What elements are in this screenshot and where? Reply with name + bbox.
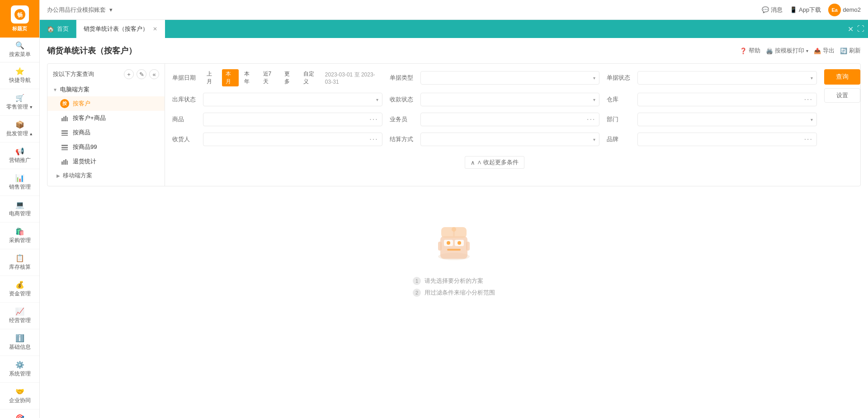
filter-select-receiver[interactable]: ··· [203,133,382,146]
help-button[interactable]: ❓ 帮助 [740,47,760,55]
sidebar-item-finance[interactable]: 💰 资金管理 [0,276,39,303]
sidebar-search-item[interactable]: 🔍 搜索菜单 [0,38,39,62]
operation-icon: 📈 [15,307,24,316]
filter-tree-header: 按以下方案查询 + ✎ « [47,67,165,83]
filter-select-outstatus-arrow: ▾ [376,97,378,102]
date-shortcut-custom[interactable]: 自定义 [300,69,321,86]
filter-actions: ∧ ∧ 收起更多条件 [172,152,817,171]
sidebar-item-collab[interactable]: 🤝 企业协同 [0,383,39,409]
filter-select-brand[interactable]: ··· [637,133,817,146]
filter-label-brand: 品牌 [607,135,634,143]
filter-select-paymentstatus[interactable]: ▾ [420,93,600,106]
tab-close-button[interactable]: ✕ [153,26,157,32]
filter-item-paymentstatus: 收款状态 ▾ [390,93,600,106]
sidebar-nav-label-marketing: 营销推广 [9,157,31,164]
sidebar-nav-label-basicinfo: 基础信息 [9,343,31,351]
topbar-user[interactable]: Ea demo2 [828,4,861,16]
sidebar-item-marketing[interactable]: 📢 营销推广 [0,142,39,169]
tree-item-label-by-product99: 按商品99 [73,143,97,151]
help-icon: ❓ [740,48,747,54]
tree-item-icon-by-product [60,128,69,137]
filter-tree-edit-button[interactable]: ✎ [137,69,146,79]
filter-select-warehouse[interactable]: ··· [637,93,817,106]
filter-select-brand-dots[interactable]: ··· [804,135,813,143]
filter-tree-add-button[interactable]: + [124,69,134,79]
tab-sales-summary[interactable]: 销货单统计表（按客户） ✕ [76,20,165,38]
date-shortcut-lastmonth[interactable]: 上月 [203,69,220,86]
filter-select-doctype[interactable]: ▾ [420,71,600,85]
sidebar-item-operation[interactable]: 📈 经营管理 [0,303,39,329]
add-icon: + [127,71,131,78]
filter-select-salesperson-dots[interactable]: ··· [587,115,595,124]
tree-item-by-customer-product[interactable]: 按客户+商品 [47,111,165,125]
export-button[interactable]: 📤 导出 [814,47,835,55]
tree-item-return-stats[interactable]: 退货统计 [47,154,165,169]
tab-sales-summary-label: 销货单统计表（按客户） [84,25,148,33]
tree-item-label-by-product: 按商品 [73,128,90,137]
sidebar-item-quicknav[interactable]: ⭐ 快捷导航 [0,62,39,89]
sidebar-item-sysadmin[interactable]: ⚙️ 系统管理 [0,356,39,383]
sidebar-item-wholesale[interactable]: 📦 批发管理 [0,116,39,142]
tabbar-actions: ✕ ⛶ [848,25,868,33]
tree-item-label-return-stats: 退货统计 [73,157,96,166]
sidebar-item-basicinfo[interactable]: ℹ️ 基础信息 [0,329,39,356]
query-button[interactable]: 查询 [824,69,860,85]
sidebar-item-inventory[interactable]: 📋 库存核算 [0,249,39,276]
filter-select-product-dots[interactable]: ··· [369,115,378,124]
filter-select-settlement[interactable]: ▾ [420,133,600,146]
sidebar-item-sales[interactable]: 📊 销售管理 [0,169,39,196]
sidebar-item-ecommerce[interactable]: 💻 电商管理 [0,196,39,223]
topbar-dropdown[interactable]: ▾ [109,6,113,13]
sysadmin-icon: ⚙️ [15,361,24,369]
filter-select-salesperson[interactable]: ··· [420,113,600,126]
svg-rect-23 [438,242,442,251]
date-shortcut-more[interactable]: 更多 [281,69,298,86]
print-button[interactable]: 🖨️ 按模板打印 ▾ [766,47,808,55]
sidebar-item-purchase[interactable]: 🛍️ 采购管理 [0,223,39,249]
tab-close-all-button[interactable]: ✕ [848,25,854,33]
tree-group-mobile-header[interactable]: ▶ 移动端方案 [47,169,165,182]
date-shortcut-thisyear[interactable]: 本年 [241,69,258,86]
filter-item-outstatus: 出库状态 ▾ [172,93,382,106]
export-icon: 📤 [814,48,821,54]
topbar-message[interactable]: 💬 消息 [762,6,783,14]
filter-select-outstatus[interactable]: ▾ [203,93,382,106]
tree-item-icon-by-customer: 按 [60,99,69,108]
content-area: 销货单统计表（按客户） ❓ 帮助 🖨️ 按模板打印 ▾ 📤 导出 [40,38,868,418]
svg-rect-22 [447,249,461,251]
collapse-filter-button[interactable]: ∧ ∧ 收起更多条件 [465,156,525,169]
tab-home[interactable]: 🏠 首页 [40,20,76,38]
filter-select-department[interactable]: ▾ [637,113,817,126]
filter-item-docstatus: 单据状态 ▾ [607,71,817,85]
tree-item-label-by-customer-product: 按客户+商品 [73,114,106,122]
sidebar-item-newbie[interactable]: 🎯 新手引导 [0,409,39,418]
empty-tip-1: 1 请先选择要分析的方案 [413,277,495,285]
topbar-appdownload[interactable]: 📱 App下载 [790,6,821,14]
filter-label-outstatus: 出库状态 [172,95,199,104]
content-inner: 销货单统计表（按客户） ❓ 帮助 🖨️ 按模板打印 ▾ 📤 导出 [40,38,868,418]
export-label: 导出 [823,47,835,55]
filter-select-warehouse-dots[interactable]: ··· [804,95,813,104]
filter-row-4: 收货人 ··· 结算方式 [172,133,817,146]
tab-expand-button[interactable]: ⛶ [857,25,864,33]
topbar: 办公用品行业模拟账套 ▾ 💬 消息 📱 App下载 Ea demo2 [40,0,868,20]
tree-item-by-product99[interactable]: 按商品99 [47,140,165,154]
refresh-button[interactable]: 🔄 刷新 [840,47,861,55]
filter-tree-collapse-button[interactable]: « [149,69,159,79]
tree-item-by-customer[interactable]: 按 按客户 [47,96,165,111]
tree-item-by-product[interactable]: 按商品 [47,125,165,140]
filter-select-paymentstatus-arrow: ▾ [593,97,595,102]
sidebar-item-retail[interactable]: 🛒 零售管理 [0,89,39,116]
sidebar-nav-label-purchase: 采购管理 [9,237,31,244]
tree-group-desktop-header[interactable]: ▼ 电脑端方案 [47,83,165,96]
setting-button[interactable]: 设置 [824,88,860,103]
empty-state: 1 请先选择要分析的方案 2 用过滤条件来缩小分析范围 [47,186,861,315]
svg-rect-2 [61,118,63,121]
sidebar-logo[interactable]: 畅 标题页 [0,0,39,38]
filter-select-docstatus[interactable]: ▾ [637,71,817,85]
filter-select-receiver-dots[interactable]: ··· [369,135,378,143]
date-shortcut-last7days[interactable]: 近7天 [259,69,279,86]
filter-select-product[interactable]: ··· [203,113,382,126]
svg-rect-7 [61,133,68,134]
date-shortcut-thismonth[interactable]: 本月 [222,69,239,86]
